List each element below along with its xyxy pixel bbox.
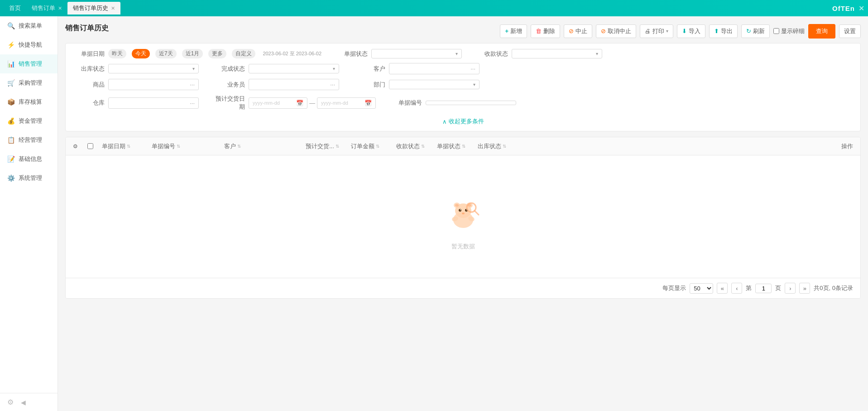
th-date[interactable]: 单据日期 ⇅	[98, 142, 148, 150]
first-page-button[interactable]: «	[717, 283, 728, 294]
date-chip-custom[interactable]: 自定义	[232, 49, 255, 58]
sidebar-item-inventory-calc[interactable]: 📦 库存核算	[0, 92, 58, 111]
table-check-all[interactable]	[87, 143, 93, 149]
order-number-field[interactable]	[426, 101, 516, 105]
sidebar-item-search-menu[interactable]: 🔍 搜索菜单	[0, 16, 58, 35]
export-button[interactable]: ⬆ 导出	[709, 24, 738, 38]
page-number-input[interactable]	[755, 284, 772, 293]
department-select[interactable]: ▾	[389, 80, 480, 89]
date-chip-more[interactable]: 更多	[208, 49, 226, 58]
display-columns-input[interactable]	[773, 28, 779, 34]
customer-dots-icon: ···	[470, 65, 475, 72]
completion-select[interactable]: ▾	[249, 64, 339, 73]
date-chip-1month[interactable]: 近1月	[182, 49, 203, 58]
import-button[interactable]: ⬇ 导入	[677, 24, 705, 38]
sidebar-item-sales-mgmt[interactable]: 📊 销售管理	[0, 54, 58, 73]
sidebar-item-basic-info[interactable]: 📝 基础信息	[0, 150, 58, 169]
import-icon: ⬇	[682, 28, 687, 34]
query-button[interactable]: 查询	[808, 24, 835, 39]
tab-sales-order-history[interactable]: 销售订单历史 ✕	[67, 2, 120, 15]
basic-info-icon: 📝	[7, 155, 15, 163]
delivery-date-to[interactable]: yyyy-mm-dd 📅	[317, 97, 376, 109]
page-title: 销售订单历史	[65, 24, 109, 33]
sidebar-settings-icon[interactable]: ⚙	[7, 398, 14, 406]
date-range-text: 2023-06-02 至 2023-06-02	[263, 50, 321, 57]
th-number[interactable]: 单据编号 ⇅	[148, 142, 221, 150]
sidebar-item-system-mgmt[interactable]: ⚙️ 系统管理	[0, 169, 58, 188]
collapse-row[interactable]: ∧ 收起更多条件	[73, 116, 853, 126]
toolbar: + 新增 🗑 删除 ⊘ 中止 ⊘ 取消中止 🖨 打印	[500, 24, 861, 39]
delivery-date-label: 预计交货日期	[213, 95, 245, 111]
th-check[interactable]	[84, 143, 98, 149]
th-status[interactable]: 单据状态 ⇅	[433, 142, 474, 150]
table-container: ⚙ 单据日期 ⇅ 单据编号 ⇅ 客户 ⇅ 预计交货... ⇅	[65, 137, 861, 299]
next-page-button[interactable]: ›	[785, 283, 796, 294]
th-receipt[interactable]: 收款状态 ⇅	[393, 142, 433, 150]
sidebar-label-quick-nav: 快捷导航	[19, 41, 42, 49]
display-columns-checkbox[interactable]: 显示碎细	[773, 27, 805, 35]
settings-button[interactable]: 设置	[839, 24, 861, 38]
customer-field[interactable]: ···	[389, 63, 480, 74]
sales-person-field[interactable]: ···	[249, 79, 339, 90]
tab-home[interactable]: 首页	[4, 2, 26, 15]
completion-label: 完成状态	[213, 65, 245, 73]
outbound-select[interactable]: ▾	[108, 64, 199, 73]
receipt-status-select[interactable]: ▾	[512, 49, 602, 58]
last-page-button[interactable]: »	[799, 283, 810, 294]
top-bar: 首页 销售订单 ✕ 销售订单历史 ✕ OfTEn ✕	[0, 0, 868, 16]
print-button[interactable]: 🖨 打印 ▾	[640, 24, 673, 38]
th-action: 操作	[515, 142, 857, 150]
date-chip-7days[interactable]: 近7天	[155, 49, 177, 58]
th-client[interactable]: 客户 ⇅	[221, 142, 302, 150]
status-select[interactable]: ▾	[371, 49, 462, 58]
new-icon: +	[505, 28, 508, 34]
warehouse-label: 仓库	[73, 99, 105, 107]
page-word-label: 第	[746, 284, 752, 292]
sidebar-item-capital-mgmt[interactable]: 💰 资金管理	[0, 111, 58, 131]
sidebar-item-purchase-mgmt[interactable]: 🛒 采购管理	[0, 73, 58, 92]
tab-sales-order-history-close[interactable]: ✕	[111, 5, 115, 11]
main-layout: 🔍 搜索菜单 ⚡ 快捷导航 📊 销售管理 🛒 采购管理 📦 库存核算 💰 资金管…	[0, 16, 868, 411]
collapse-up-icon: ∧	[442, 118, 447, 125]
date-chip-today[interactable]: 今天	[132, 49, 150, 58]
sort-warehouse-icon: ⇅	[503, 144, 506, 149]
prev-page-button[interactable]: ‹	[731, 283, 742, 294]
tab-sales-order-close[interactable]: ✕	[58, 5, 62, 11]
empty-illustration	[441, 192, 486, 237]
warehouse-field[interactable]: ···	[108, 97, 199, 109]
sidebar-item-operations-mgmt[interactable]: 📋 经营管理	[0, 131, 58, 150]
product-field[interactable]: ···	[108, 79, 199, 90]
th-settings[interactable]: ⚙	[69, 143, 84, 150]
page-size-select[interactable]: 10 20 50 100	[690, 283, 713, 294]
status-label: 单据状态	[336, 50, 368, 58]
purchase-mgmt-icon: 🛒	[7, 79, 15, 87]
sidebar-collapse-icon[interactable]: ◀	[21, 399, 26, 406]
window-close-btn[interactable]: ✕	[858, 4, 864, 13]
th-delivery[interactable]: 预计交货... ⇅	[302, 142, 347, 150]
stop-button[interactable]: ⊘ 中止	[564, 24, 592, 38]
sort-receipt-icon: ⇅	[421, 144, 425, 149]
cancel-stop-button[interactable]: ⊘ 取消中止	[596, 24, 636, 38]
new-button[interactable]: + 新增	[500, 24, 527, 38]
sidebar-item-quick-nav[interactable]: ⚡ 快捷导航	[0, 35, 58, 54]
content-area: 销售订单历史 + 新增 🗑 删除 ⊘ 中止 ⊘ 取消中止	[58, 16, 868, 411]
system-mgmt-icon: ⚙️	[7, 174, 15, 182]
date-chip-yesterday[interactable]: 昨天	[108, 49, 126, 58]
cancel-stop-icon: ⊘	[601, 28, 606, 34]
sales-mgmt-icon: 📊	[7, 60, 15, 68]
sort-delivery-icon: ⇅	[336, 144, 339, 149]
th-warehouse[interactable]: 出库状态 ⇅	[474, 142, 515, 150]
sidebar-bottom: ⚙ ◀	[0, 393, 58, 411]
capital-mgmt-icon: 💰	[7, 117, 15, 125]
top-bar-right: OfTEn ✕	[832, 4, 864, 13]
refresh-button[interactable]: ↻ 刷新	[741, 24, 770, 38]
tab-sales-order[interactable]: 销售订单 ✕	[26, 2, 67, 15]
delete-button[interactable]: 🗑 删除	[531, 24, 560, 38]
filter-row-status: 出库状态 ▾ 完成状态 ▾ 客户 ···	[73, 63, 853, 74]
pagination-bar: 每页显示 10 20 50 100 « ‹ 第 页 ›	[66, 278, 860, 298]
sort-date-icon: ⇅	[127, 144, 130, 149]
delivery-date-from[interactable]: yyyy-mm-dd 📅	[249, 97, 307, 109]
export-icon: ⬆	[714, 28, 719, 34]
th-amount[interactable]: 订单金额 ⇅	[347, 142, 393, 150]
total-text: 共0页, 0条记录	[814, 284, 853, 292]
